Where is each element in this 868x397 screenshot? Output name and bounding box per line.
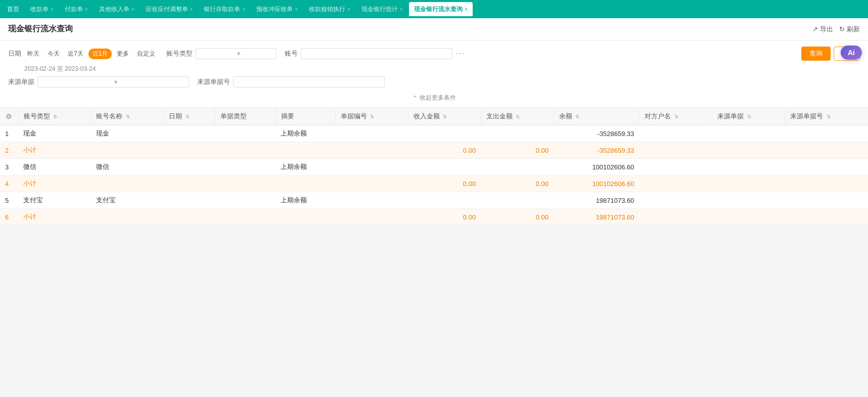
sort-icon: ⇅ xyxy=(747,114,751,119)
nav-tab-yushou[interactable]: 预收冲应收单 × xyxy=(251,2,303,16)
sort-icon: ⇅ xyxy=(186,114,190,119)
export-button[interactable]: ↗ 导出 xyxy=(812,25,833,34)
source-doc-filter: 来源单据 ▾ xyxy=(8,76,189,87)
col-label-account-name: 账号名称 xyxy=(96,112,122,120)
column-date[interactable]: 日期 ⇅ xyxy=(164,108,215,125)
account-type-label: 账号类型 xyxy=(166,49,193,58)
source-doc-select[interactable]: ▾ xyxy=(37,76,189,87)
nav-tab-hexiao[interactable]: 收款核销执行 × xyxy=(304,2,355,16)
account-filter: 账号 ··· xyxy=(285,48,465,59)
date-btn-more[interactable]: 更多 xyxy=(114,49,132,59)
nav-tab-yinhang[interactable]: 银行存取款单 × xyxy=(199,2,250,16)
table-body: 1现金现金上期余额-3528659.332小计0.000.00-3528659.… xyxy=(0,125,868,226)
top-navigation: 首页 收款单 × 付款单 × 其他收入单 × 应收应付调整单 × 银行存取款单 … xyxy=(0,0,868,18)
sort-icon: ⇅ xyxy=(126,114,130,119)
date-label: 日期 xyxy=(8,49,21,58)
close-icon[interactable]: × xyxy=(465,7,468,12)
ai-badge[interactable]: Ai xyxy=(841,46,862,60)
table-row: 1现金现金上期余额-3528659.33 xyxy=(0,125,868,142)
close-icon[interactable]: × xyxy=(85,7,88,12)
collapse-bar[interactable]: ⌃ 收起更多条件 xyxy=(8,92,860,103)
dots-button[interactable]: ··· xyxy=(455,49,465,58)
date-btn-1month[interactable]: 近1月 xyxy=(88,49,112,59)
column-income[interactable]: 收入金额 ⇅ xyxy=(408,108,481,125)
chevron-up-icon: ⌃ xyxy=(413,95,418,102)
source-doc-label: 来源单据 xyxy=(8,77,34,86)
source-doc-no-input[interactable] xyxy=(233,76,385,87)
col-label-doc-type: 单据类型 xyxy=(220,112,247,120)
col-label-balance: 余额 xyxy=(559,112,572,120)
close-icon[interactable]: × xyxy=(51,7,54,12)
close-icon[interactable]: × xyxy=(131,7,134,12)
close-icon[interactable]: × xyxy=(347,7,350,12)
chevron-down-icon: ▾ xyxy=(114,78,185,85)
close-icon[interactable]: × xyxy=(190,7,193,12)
table-row: 3微信微信上期余额100102606.60 xyxy=(0,159,868,175)
col-label-source-doc: 来源单据 xyxy=(717,112,744,120)
date-btn-today[interactable]: 今天 xyxy=(44,49,63,59)
nav-tab-liushui[interactable]: 现金银行流水查询 × xyxy=(409,2,473,16)
col-label-summary: 摘要 xyxy=(281,112,294,120)
col-label-income: 收入金额 xyxy=(414,112,440,120)
page-title: 现金银行流水查询 xyxy=(8,24,73,34)
account-label: 账号 xyxy=(285,49,298,58)
column-source-doc-no[interactable]: 来源单据号 ⇅ xyxy=(785,108,868,125)
column-doc-type[interactable]: 单据类型 xyxy=(215,108,276,125)
close-icon[interactable]: × xyxy=(400,7,403,12)
column-doc-no[interactable]: 单据编号 ⇅ xyxy=(335,108,408,125)
sort-icon: ⇅ xyxy=(370,114,374,119)
date-btn-custom[interactable]: 自定义 xyxy=(134,49,158,59)
sort-icon: ⇅ xyxy=(443,114,447,119)
filter-row-2: 来源单据 ▾ 来源单据号 xyxy=(8,76,860,87)
account-input[interactable] xyxy=(301,48,452,59)
nav-tab-tongji[interactable]: 现金银行统计 × xyxy=(356,2,408,16)
col-label-source-doc-no: 来源单据号 xyxy=(790,112,823,120)
account-type-select[interactable]: ▾ xyxy=(196,48,277,59)
close-icon[interactable]: × xyxy=(242,7,245,12)
table-row: 4小计0.000.00100102606.60 xyxy=(0,175,868,192)
query-button[interactable]: 查询 xyxy=(801,47,831,61)
col-label-account-type: 账号类型 xyxy=(24,112,50,120)
refresh-icon: ↻ xyxy=(839,25,845,33)
table-row: 6小计0.000.0019871073.60 xyxy=(0,209,868,226)
date-range-display: 2023-02-24 至 2023-03-24 xyxy=(24,65,96,72)
column-counterpart[interactable]: 对方户名 ⇅ xyxy=(639,108,712,125)
column-expense[interactable]: 支出金额 ⇅ xyxy=(481,108,554,125)
col-label-counterpart: 对方户名 xyxy=(645,112,671,120)
nav-tab-qita[interactable]: 其他收入单 × xyxy=(94,2,140,16)
column-account-type[interactable]: 账号类型 ⇅ xyxy=(18,108,91,125)
col-label-expense: 支出金额 xyxy=(486,112,513,120)
col-label-doc-no: 单据编号 xyxy=(341,112,367,120)
column-summary[interactable]: 摘要 xyxy=(276,108,335,125)
export-icon: ↗ xyxy=(812,25,818,33)
column-account-name[interactable]: 账号名称 ⇅ xyxy=(91,108,164,125)
sort-icon: ⇅ xyxy=(516,114,520,119)
sort-icon: ⇅ xyxy=(827,114,831,119)
home-tab[interactable]: 首页 xyxy=(2,5,24,14)
sort-icon: ⇅ xyxy=(674,114,678,119)
chevron-down-icon: ▾ xyxy=(237,50,272,57)
col-label-date: 日期 xyxy=(169,112,182,120)
nav-tab-shoukuan[interactable]: 收款单 × xyxy=(25,2,59,16)
account-type-filter: 账号类型 ▾ xyxy=(166,48,277,59)
date-btn-7days[interactable]: 近7天 xyxy=(65,49,86,59)
nav-tab-tiaozheng[interactable]: 应收应付调整单 × xyxy=(141,2,198,16)
nav-tab-fukuan[interactable]: 付款单 × xyxy=(60,2,93,16)
data-table: ⚙ 账号类型 ⇅ 账号名称 ⇅ 日期 ⇅ 单据类型 摘要 xyxy=(0,108,868,226)
date-shortcuts: 昨天 今天 近7天 近1月 更多 自定义 xyxy=(24,49,158,59)
sort-icon: ⇅ xyxy=(53,114,57,119)
table-row: 5支付宝支付宝上期余额19871073.60 xyxy=(0,192,868,209)
date-btn-yesterday[interactable]: 昨天 xyxy=(24,49,42,59)
close-icon[interactable]: × xyxy=(295,7,298,12)
column-balance[interactable]: 余额 ⇅ xyxy=(554,108,639,125)
column-source-doc[interactable]: 来源单据 ⇅ xyxy=(712,108,785,125)
refresh-button[interactable]: ↻ 刷新 xyxy=(839,25,860,34)
sort-icon: ⇅ xyxy=(575,114,579,119)
date-filter: 日期 昨天 今天 近7天 近1月 更多 自定义 xyxy=(8,49,158,59)
page-header: 现金银行流水查询 ↗ 导出 ↻ 刷新 xyxy=(0,18,868,40)
gear-icon[interactable]: ⚙ xyxy=(6,112,12,120)
column-settings[interactable]: ⚙ xyxy=(0,108,18,125)
source-doc-no-filter: 来源单据号 xyxy=(197,76,385,87)
header-actions: ↗ 导出 ↻ 刷新 xyxy=(812,25,860,34)
filter-area: 日期 昨天 今天 近7天 近1月 更多 自定义 账号类型 ▾ 账号 ··· 查询 xyxy=(0,40,868,108)
